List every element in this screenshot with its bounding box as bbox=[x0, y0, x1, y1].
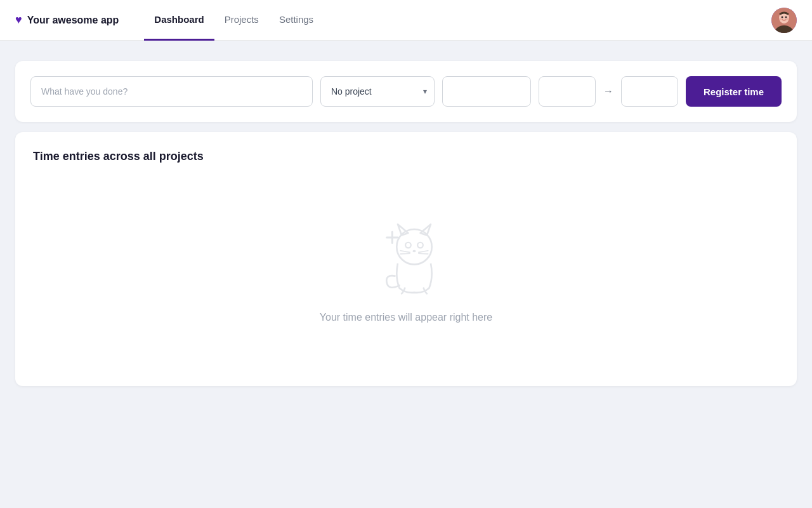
time-entry-card: No project ▾ 2022-12-22 08:42 → 09:42 Re… bbox=[15, 61, 797, 122]
time-entries-card: Time entries across all projects bbox=[15, 132, 797, 386]
nav-link-dashboard[interactable]: Dashboard bbox=[144, 0, 214, 41]
empty-state-text: Your time entries will appear right here bbox=[320, 312, 492, 323]
nav-links: Dashboard Projects Settings bbox=[144, 0, 771, 41]
entries-title: Time entries across all projects bbox=[33, 150, 779, 163]
date-input[interactable]: 2022-12-22 bbox=[442, 76, 531, 107]
project-select[interactable]: No project bbox=[320, 76, 435, 107]
nav-link-projects[interactable]: Projects bbox=[214, 0, 269, 41]
avatar[interactable] bbox=[771, 8, 797, 33]
svg-point-12 bbox=[405, 242, 411, 248]
svg-point-13 bbox=[417, 242, 423, 248]
empty-cat-icon bbox=[362, 217, 450, 299]
svg-point-6 bbox=[787, 18, 789, 19]
main-content: No project ▾ 2022-12-22 08:42 → 09:42 Re… bbox=[0, 41, 812, 406]
nav-link-settings[interactable]: Settings bbox=[269, 0, 324, 41]
project-select-wrapper: No project ▾ bbox=[320, 76, 435, 107]
svg-point-4 bbox=[785, 16, 787, 18]
svg-point-5 bbox=[779, 18, 782, 19]
svg-line-18 bbox=[419, 253, 428, 254]
navbar: ♥ Your awesome app Dashboard Projects Se… bbox=[0, 0, 812, 41]
heart-icon: ♥ bbox=[15, 13, 22, 27]
avatar-image bbox=[771, 8, 797, 33]
brand-name: Your awesome app bbox=[27, 15, 119, 26]
description-input[interactable] bbox=[30, 76, 313, 107]
time-entry-form: No project ▾ 2022-12-22 08:42 → 09:42 Re… bbox=[30, 76, 782, 107]
empty-state: Your time entries will appear right here bbox=[33, 184, 779, 368]
svg-line-15 bbox=[400, 250, 410, 252]
svg-line-17 bbox=[419, 250, 428, 252]
start-time-input[interactable]: 08:42 bbox=[539, 76, 596, 107]
brand-link[interactable]: ♥ Your awesome app bbox=[15, 13, 119, 27]
svg-line-16 bbox=[400, 253, 410, 254]
svg-point-3 bbox=[782, 16, 783, 18]
end-time-input[interactable]: 09:42 bbox=[621, 76, 678, 107]
arrow-icon: → bbox=[603, 86, 613, 97]
svg-point-14 bbox=[412, 250, 416, 251]
register-time-button[interactable]: Register time bbox=[686, 76, 782, 107]
